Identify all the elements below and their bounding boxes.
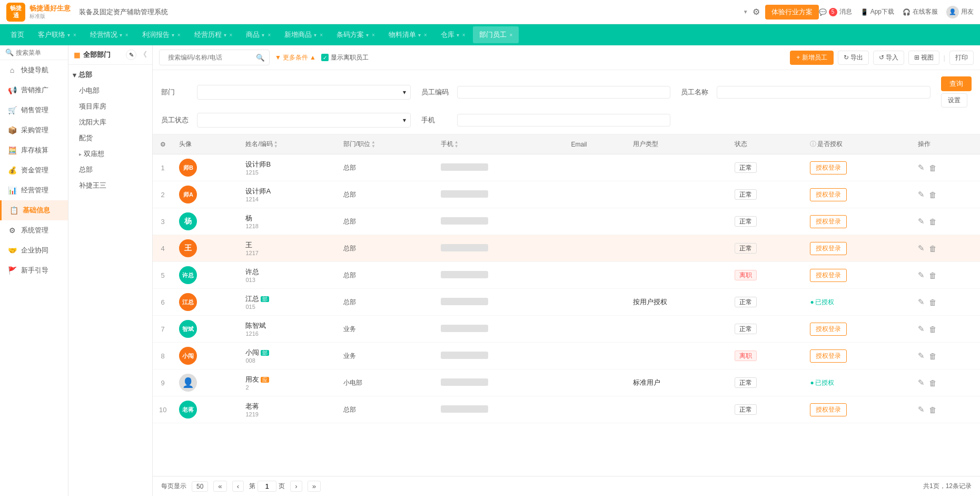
- nav-item-guide[interactable]: 🚩 新手引导: [0, 260, 68, 280]
- delete-button[interactable]: 🗑: [929, 217, 937, 226]
- auth-login-button[interactable]: 授权登录: [810, 269, 847, 282]
- tab-add-goods-close[interactable]: ×: [320, 32, 323, 38]
- tab-profit[interactable]: 利润报告▾×: [136, 26, 187, 43]
- edit-button[interactable]: ✎: [918, 244, 925, 253]
- delete-button[interactable]: 🗑: [929, 325, 937, 334]
- last-page-button[interactable]: »: [308, 481, 321, 492]
- edit-button[interactable]: ✎: [918, 270, 925, 280]
- phone-input[interactable]: [457, 114, 671, 127]
- delete-button[interactable]: 🗑: [929, 271, 937, 280]
- tab-customer[interactable]: 客户联络▾×: [32, 26, 83, 43]
- nav-item-basic[interactable]: 📋 基础信息: [0, 200, 68, 220]
- col-name[interactable]: 姓名/编码 ▲▼: [239, 134, 336, 154]
- col-settings[interactable]: ⚙: [153, 134, 173, 154]
- dept-select[interactable]: ▾: [197, 85, 411, 100]
- online-service-btn[interactable]: 🎧 在线客服: [903, 7, 938, 16]
- tab-add-goods[interactable]: 新增商品▾×: [278, 26, 329, 43]
- nav-item-marketing[interactable]: 📢 营销推广: [0, 80, 68, 100]
- tab-barcode[interactable]: 条码方案▾×: [330, 26, 381, 43]
- delete-button[interactable]: 🗑: [929, 378, 937, 387]
- col-name-sort[interactable]: 姓名/编码 ▲▼: [245, 140, 278, 149]
- edit-button[interactable]: ✎: [918, 163, 925, 172]
- tab-goods-close[interactable]: ×: [268, 32, 271, 38]
- dept-edit-button[interactable]: ✎: [126, 50, 136, 60]
- query-button[interactable]: 查询: [941, 76, 972, 91]
- tab-dept-staff-close[interactable]: ×: [510, 32, 513, 38]
- dept-node-bujie[interactable]: 补捷王三: [68, 178, 152, 193]
- page-size-value[interactable]: 50: [192, 481, 208, 492]
- nav-item-finance[interactable]: 💰 资金管理: [0, 160, 68, 180]
- auth-login-button[interactable]: 授权登录: [810, 323, 847, 336]
- dept-node-xiaodian[interactable]: 小电部: [68, 83, 152, 99]
- tab-bom[interactable]: 物料清单▾×: [382, 26, 433, 43]
- show-resigned-toggle[interactable]: ✓ 显示离职员工: [321, 53, 369, 62]
- nav-item-system[interactable]: ⚙ 系统管理: [0, 220, 68, 240]
- settings-button[interactable]: ⚙: [753, 7, 760, 17]
- edit-button[interactable]: ✎: [918, 297, 925, 307]
- search-button[interactable]: 🔍: [256, 54, 265, 62]
- auth-login-button[interactable]: 授权登录: [810, 349, 847, 363]
- trial-btn[interactable]: 体验行业方案: [765, 5, 819, 20]
- nav-item-operations[interactable]: 📊 经营管理: [0, 180, 68, 200]
- auth-login-button[interactable]: 授权登录: [810, 403, 847, 416]
- col-phone-sort[interactable]: 手机 ▲▼: [441, 140, 459, 149]
- nav-item-collab[interactable]: 🤝 企业协同: [0, 240, 68, 260]
- tab-dept-staff[interactable]: 部门员工×: [473, 26, 519, 43]
- print-button[interactable]: 打印: [949, 51, 974, 65]
- edit-button[interactable]: ✎: [918, 190, 925, 199]
- tab-operations-close[interactable]: ×: [125, 32, 128, 38]
- prev-page-button[interactable]: ‹: [232, 481, 244, 492]
- sys-dropdown-arrow[interactable]: ▼: [743, 9, 748, 15]
- tab-warehouse[interactable]: 仓库▾×: [434, 26, 472, 43]
- first-page-button[interactable]: «: [213, 481, 226, 492]
- edit-button[interactable]: ✎: [918, 217, 925, 226]
- tab-bom-close[interactable]: ×: [424, 32, 427, 38]
- page-number-input[interactable]: [258, 481, 276, 492]
- nav-item-inventory[interactable]: 🧮 库存核算: [0, 140, 68, 160]
- dept-node-zongbu[interactable]: 总部: [68, 162, 152, 178]
- delete-button[interactable]: 🗑: [929, 244, 937, 253]
- tab-warehouse-close[interactable]: ×: [462, 32, 466, 38]
- message-btn[interactable]: 💬 5 消息: [819, 7, 852, 16]
- more-filter-btn[interactable]: ▼ 更多条件 ▲: [275, 53, 316, 62]
- reset-button[interactable]: 设置: [941, 93, 967, 108]
- view-button[interactable]: ⊞ 视图: [908, 51, 939, 65]
- import-button[interactable]: ↺ 导入: [873, 51, 904, 65]
- col-phone[interactable]: 手机 ▲▼: [434, 134, 565, 154]
- col-dept[interactable]: 部门/职位 ▲▼: [337, 134, 434, 154]
- tab-history-close[interactable]: ×: [230, 32, 233, 38]
- auth-login-button[interactable]: 授权登录: [810, 188, 847, 201]
- search-input[interactable]: [164, 52, 256, 63]
- dept-collapse-button[interactable]: 《: [140, 50, 147, 60]
- tab-barcode-close[interactable]: ×: [372, 32, 375, 38]
- emp-status-select[interactable]: ▾: [197, 113, 411, 128]
- tab-home[interactable]: 首页: [4, 26, 31, 43]
- auth-login-button[interactable]: 授权登录: [810, 215, 847, 228]
- delete-button[interactable]: 🗑: [929, 352, 937, 361]
- app-download-btn[interactable]: 📱 App下载: [860, 7, 894, 16]
- tab-goods[interactable]: 商品▾×: [240, 26, 277, 43]
- emp-code-input[interactable]: [457, 86, 671, 99]
- edit-button[interactable]: ✎: [918, 405, 925, 414]
- auth-login-button[interactable]: 授权登录: [810, 242, 847, 255]
- export-button[interactable]: ↻ 导出: [838, 51, 869, 65]
- col-dept-sort[interactable]: 部门/职位 ▲▼: [343, 140, 375, 149]
- tab-customer-close[interactable]: ×: [73, 32, 76, 38]
- edit-button[interactable]: ✎: [918, 324, 925, 334]
- dept-node-shenyang[interactable]: 沈阳大库: [68, 114, 152, 130]
- edit-button[interactable]: ✎: [918, 378, 925, 387]
- auth-login-button[interactable]: 授权登录: [810, 161, 847, 174]
- tab-profit-close[interactable]: ×: [177, 32, 181, 38]
- edit-button[interactable]: ✎: [918, 351, 925, 361]
- tab-history[interactable]: 经营历程▾×: [188, 26, 239, 43]
- delete-button[interactable]: 🗑: [929, 405, 937, 414]
- dept-node-shuangmeng[interactable]: ▸ 双庙想: [68, 146, 152, 162]
- dept-node-peihuo[interactable]: 配货: [68, 130, 152, 146]
- dept-node-hq[interactable]: ▾ 总部: [68, 67, 152, 83]
- delete-button[interactable]: 🗑: [929, 190, 937, 199]
- add-employee-button[interactable]: + 新增员工: [790, 51, 833, 65]
- delete-button[interactable]: 🗑: [929, 163, 937, 172]
- nav-item-sales[interactable]: 🛒 销售管理: [0, 100, 68, 120]
- user-btn[interactable]: 👤 用友: [946, 6, 974, 18]
- delete-button[interactable]: 🗑: [929, 298, 937, 307]
